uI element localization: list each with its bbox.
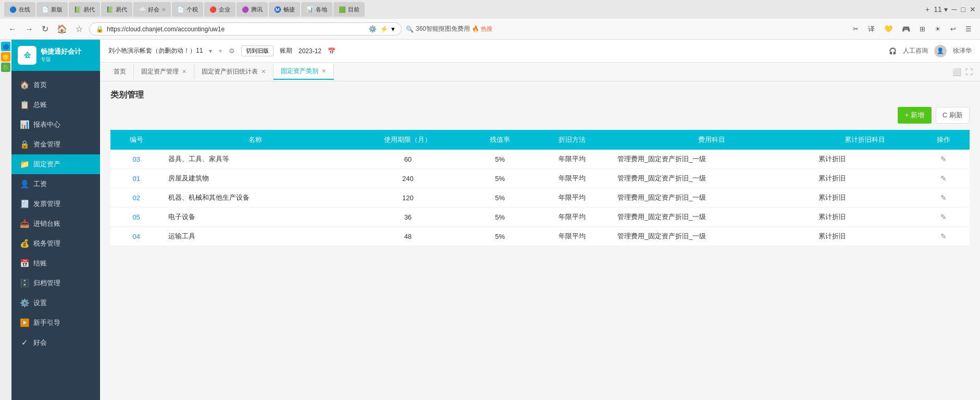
col-header-method: 折旧方法 xyxy=(532,130,611,150)
tab-close-icon[interactable]: ✕ xyxy=(162,7,166,13)
cell-method-4: 年限平均 xyxy=(532,227,611,246)
maximize-button[interactable]: □ xyxy=(961,5,965,14)
cell-code-1[interactable]: 01 xyxy=(110,169,162,188)
refresh-button[interactable]: C 刷新 xyxy=(936,107,970,124)
tab-favicon: 📗 xyxy=(74,6,81,13)
page-tab-close-fixed-assets[interactable]: ✕ xyxy=(182,68,187,75)
sidebar-item-guide[interactable]: ▶️ 新手引导 xyxy=(11,313,100,333)
strip-icon-2[interactable]: 🟢 xyxy=(1,63,10,72)
page-tab-close-category[interactable]: ✕ xyxy=(321,68,326,75)
username-label: 徐泽华 xyxy=(953,46,972,55)
tab-expand-button[interactable]: ⬜ xyxy=(951,67,962,77)
browser-tab-6[interactable]: 🔴 企业 xyxy=(204,2,235,17)
page-tab-depreciation-label: 固定资产折旧统计表 xyxy=(202,67,258,76)
tab-favicon: 🔴 xyxy=(209,6,217,13)
edit-button-4[interactable]: ✎ xyxy=(940,232,947,240)
back-button[interactable]: ← xyxy=(6,22,19,36)
game-button[interactable]: 🎮 xyxy=(900,24,912,34)
topbar-add-button[interactable]: + xyxy=(218,47,222,55)
undo-button[interactable]: ↩ xyxy=(948,24,958,34)
consult-label[interactable]: 人工咨询 xyxy=(903,46,928,55)
sidebar-item-fixed-assets[interactable]: 📁 固定资产 xyxy=(11,154,100,174)
section-title: 类别管理 xyxy=(110,90,970,101)
browser-tab-8[interactable]: Ⓜ️ 畅捷 xyxy=(269,2,300,17)
col-header-expense: 费用科目 xyxy=(611,130,812,150)
tab-menu-button[interactable]: 11 ▾ xyxy=(934,5,947,14)
strip-icon-1[interactable]: 🟡 xyxy=(1,52,10,62)
cell-accum-1: 累计折旧 xyxy=(812,169,918,188)
grid-button[interactable]: ⊞ xyxy=(917,24,927,34)
browser-tab-10[interactable]: 🟩 目前 xyxy=(333,2,365,17)
close-button[interactable]: ✕ xyxy=(970,5,976,14)
browser-tab-9[interactable]: 📊 各地 xyxy=(301,2,332,17)
cell-method-2: 年限平均 xyxy=(532,188,611,208)
page-tab-fixed-assets[interactable]: 固定资产管理 ✕ xyxy=(134,64,194,79)
page-tab-home[interactable]: 首页 xyxy=(106,64,134,79)
menu-button[interactable]: ☰ xyxy=(963,24,974,34)
cell-months-2: 120 xyxy=(349,188,467,208)
app-topbar: 刘小艳演示帐套（勿删勿动！）11 ▾ + ⚙ 切到旧版 账期 2023-12 📅… xyxy=(100,40,980,63)
cell-code-0[interactable]: 03 xyxy=(110,150,162,169)
sidebar: 会 畅捷通好会计 专版 🏠 首页 📋 总账 📊 报表中心 🔒 资金管理 xyxy=(11,40,100,400)
wallet-button[interactable]: 💛 xyxy=(882,24,895,34)
new-tab-button[interactable]: + xyxy=(925,5,929,14)
sidebar-item-archive[interactable]: 🗄️ 归档管理 xyxy=(11,273,100,293)
sidebar-item-tax[interactable]: 💰 税务管理 xyxy=(11,234,100,253)
minimize-button[interactable]: ─ xyxy=(952,5,957,14)
browser-tab-7[interactable]: 🟣 腾讯 xyxy=(237,2,268,17)
browser-tab-4[interactable]: ☁️ 好会 ✕ xyxy=(133,2,171,17)
search-label: 360智能抠图免费用 xyxy=(416,25,470,33)
edit-button-0[interactable]: ✎ xyxy=(940,155,947,163)
topbar-gear-button[interactable]: ⚙ xyxy=(229,47,235,55)
add-button[interactable]: + 新增 xyxy=(898,107,932,124)
cell-ops-1: ✎ xyxy=(918,169,970,188)
page-tab-close-depreciation[interactable]: ✕ xyxy=(261,68,266,75)
sidebar-item-home[interactable]: 🏠 首页 xyxy=(11,75,100,95)
browser-tab-3[interactable]: 📗 易代 xyxy=(101,2,132,17)
edit-button-2[interactable]: ✎ xyxy=(940,193,947,202)
switch-version-button[interactable]: 切到旧版 xyxy=(241,45,274,56)
home-button[interactable]: 🏠 xyxy=(55,22,69,36)
strip-icon-0[interactable]: 🔵 xyxy=(1,42,10,51)
tax-icon: 💰 xyxy=(20,239,29,248)
page-tab-depreciation-table[interactable]: 固定资产折旧统计表 ✕ xyxy=(194,64,274,79)
browser-tab-1[interactable]: 📄 新版 xyxy=(36,2,68,17)
forward-button[interactable]: → xyxy=(23,22,35,36)
search-box[interactable]: 🔍 360智能抠图免费用 🔥 热搜 xyxy=(406,25,492,33)
cell-name-4: 运输工具 xyxy=(162,227,348,246)
scissors-button[interactable]: ✂ xyxy=(851,24,861,34)
cell-code-4[interactable]: 04 xyxy=(110,227,162,246)
edit-button-1[interactable]: ✎ xyxy=(940,174,947,183)
sidebar-item-payroll[interactable]: 👤 工资 xyxy=(11,174,100,194)
url-input[interactable]: 🔒 https://cloud.chanjet.com/accounting/u… xyxy=(89,22,402,35)
topbar-calendar-icon[interactable]: 📅 xyxy=(328,47,336,55)
tab-fullscreen-button[interactable]: ⛶ xyxy=(964,67,974,77)
cell-accum-0: 累计折旧 xyxy=(812,150,918,169)
browser-tab-2[interactable]: 📗 易代 xyxy=(69,2,100,17)
sidebar-label: 报表中心 xyxy=(33,120,60,129)
translate-button[interactable]: 译 xyxy=(866,23,877,35)
sidebar-item-funds[interactable]: 🔒 资金管理 xyxy=(11,135,100,154)
sidebar-item-ledger[interactable]: 📋 总账 xyxy=(11,95,100,115)
cell-method-3: 年限平均 xyxy=(532,208,611,227)
secure-icon: 🔒 xyxy=(96,26,104,33)
edit-button-3[interactable]: ✎ xyxy=(940,213,947,221)
sidebar-item-settings[interactable]: ⚙️ 设置 xyxy=(11,293,100,313)
browser-tab-0[interactable]: 🔵 在线 xyxy=(4,2,35,17)
topbar-dropdown-icon[interactable]: ▾ xyxy=(209,47,212,55)
sidebar-item-invoice[interactable]: 🧾 发票管理 xyxy=(11,194,100,214)
table-row: 04 运输工具 48 5% 年限平均 管理费用_固定资产折旧_一级 累计折旧 ✎ xyxy=(110,227,970,246)
browser-tab-5[interactable]: 📄 个税 xyxy=(172,2,203,17)
sidebar-item-sales[interactable]: 📥 进销台账 xyxy=(11,214,100,234)
sidebar-item-haohui[interactable]: ✓ 好会 xyxy=(11,333,100,353)
page-tab-category[interactable]: 固定资产类别 ✕ xyxy=(274,64,334,80)
bookmark-button[interactable]: ☆ xyxy=(73,22,85,36)
tab-favicon: 📊 xyxy=(306,6,314,13)
sidebar-item-reports[interactable]: 📊 报表中心 xyxy=(11,115,100,135)
sun-button[interactable]: ☀ xyxy=(933,24,943,34)
sidebar-item-settlement[interactable]: 📅 结账 xyxy=(11,253,100,273)
refresh-button[interactable]: ↻ xyxy=(40,22,51,36)
cell-code-2[interactable]: 02 xyxy=(110,188,162,208)
cell-salvage-2: 5% xyxy=(467,188,532,208)
cell-code-3[interactable]: 05 xyxy=(110,208,162,227)
